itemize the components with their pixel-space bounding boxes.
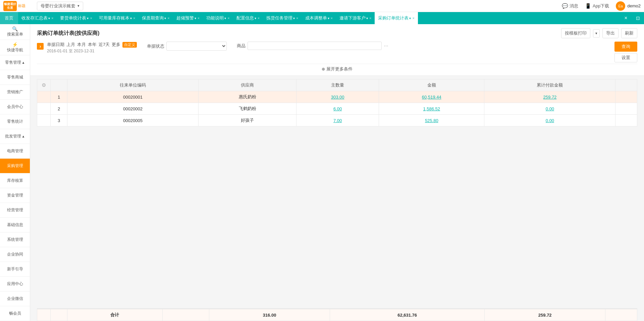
tab-cost-adjust[interactable]: 成本调整单▾× bbox=[302, 12, 336, 24]
row1-paid[interactable]: 259.72 bbox=[484, 91, 615, 103]
row1-quantity[interactable]: 303.00 bbox=[297, 91, 379, 103]
filter-toggle-btn[interactable]: › bbox=[37, 43, 44, 50]
export-btn[interactable]: 导出 bbox=[602, 28, 619, 38]
refresh-btn[interactable]: 刷新 bbox=[621, 28, 637, 38]
sidebar-item-inventory[interactable]: 库存核算 bbox=[0, 173, 30, 188]
row1-extra bbox=[615, 91, 637, 103]
date-shortcut-7days[interactable]: 近7天 bbox=[99, 42, 110, 48]
finance-label: 资金管理 bbox=[7, 193, 23, 198]
print-btn[interactable]: 按模板打印 bbox=[561, 28, 590, 38]
row2-quantity[interactable]: 6.00 bbox=[297, 103, 379, 115]
row2-supplier: 飞鹤奶粉 bbox=[198, 103, 296, 115]
col-extra-header bbox=[615, 79, 637, 91]
sidebar-item-purchase-mgmt[interactable]: 采购管理 bbox=[0, 159, 30, 173]
sidebar-item-retail-mgmt[interactable]: 零售管理 ▲ bbox=[0, 55, 30, 70]
page-header: 采购订单统计表(按供应商) 按模板打印 ▾ 导出 刷新 › 单据日期 bbox=[30, 24, 644, 76]
retail-stats-label: 零售统计 bbox=[7, 119, 23, 124]
sidebar-item-search[interactable]: 🔍 搜索菜单 bbox=[0, 24, 30, 40]
tab-function[interactable]: 功能说明▾× bbox=[203, 12, 233, 24]
nav-tabs-bar: 首页 收发存汇总表▾× 要货单统计表▾× 可用量库存账本▾× 保质期查询▾× 超… bbox=[0, 12, 644, 24]
setting-btn[interactable]: 设置 bbox=[614, 53, 637, 62]
user-profile[interactable]: Ea demo2 bbox=[616, 1, 641, 11]
custom-date-tag[interactable]: 自定义 bbox=[122, 42, 137, 48]
marketing-label: 营销推广 bbox=[7, 89, 23, 95]
tab-requisition[interactable]: 要货单统计表▾× bbox=[57, 12, 95, 24]
sidebar-item-operations[interactable]: 经营管理 bbox=[0, 203, 30, 218]
table-row: 1 00020001 惠氏奶粉 303.00 60,519.44 259.72 bbox=[37, 91, 637, 103]
nav-close-btn[interactable]: × bbox=[620, 12, 632, 24]
footer-paid: 259.72 bbox=[538, 313, 552, 318]
tab-purchase-stats[interactable]: 采购订单统计表▾× bbox=[375, 12, 418, 24]
row3-supplier: 好孩子 bbox=[198, 115, 296, 126]
nav-maximize-btn[interactable]: ⊡ bbox=[632, 12, 644, 24]
row3-paid[interactable]: 0.00 bbox=[484, 115, 615, 126]
row2-paid[interactable]: 0.00 bbox=[484, 103, 615, 115]
avatar-label: Ea bbox=[619, 4, 623, 8]
date-shortcut-this-year[interactable]: 本年 bbox=[88, 42, 97, 48]
goods-input-ellipsis[interactable]: ··· bbox=[384, 43, 388, 49]
row1-amount[interactable]: 60,519.44 bbox=[379, 91, 484, 103]
date-shortcut-more[interactable]: 更多 bbox=[112, 42, 120, 48]
sidebar-item-ecommerce[interactable]: 电商管理 bbox=[0, 144, 30, 159]
data-table: ⚙ 往来单位编码 供应商 主数量 金额 累计付款金额 1 bbox=[37, 79, 637, 126]
search-icon: 🔍 bbox=[12, 26, 18, 32]
sidebar-item-marketing[interactable]: 营销推广 bbox=[0, 85, 30, 100]
row3-amount[interactable]: 525.80 bbox=[379, 115, 484, 126]
sidebar-item-retail-mall[interactable]: 零售商城 bbox=[0, 70, 30, 85]
message-label: 消息 bbox=[570, 3, 578, 9]
tab-collection[interactable]: 收发存汇总表▾× bbox=[18, 12, 57, 24]
row1-unit-code: 00020001 bbox=[67, 91, 199, 103]
sidebar-item-enterprise-wechat[interactable]: 企业微信 bbox=[0, 291, 30, 306]
sidebar-item-finance[interactable]: 资金管理 bbox=[0, 188, 30, 203]
sidebar-item-wholesale-mgmt[interactable]: 批发管理 ▲ bbox=[0, 129, 30, 144]
query-btn[interactable]: 查询 bbox=[614, 42, 637, 52]
date-shortcut-this-month[interactable]: 本月 bbox=[77, 42, 86, 48]
tab-home-label: 首页 bbox=[5, 15, 13, 21]
sidebar-item-vip[interactable]: 畅会员 bbox=[0, 306, 30, 321]
row2-index: 2 bbox=[51, 103, 67, 115]
page-title: 采购订单统计表(按供应商) bbox=[37, 30, 100, 37]
tab-config[interactable]: 配置信息▾× bbox=[233, 12, 263, 24]
sidebar-item-enterprise-collab[interactable]: 企业协同 bbox=[0, 247, 30, 262]
tab-invite[interactable]: 邀请下游客户▾× bbox=[336, 12, 375, 24]
newbie-label: 新手引导 bbox=[7, 266, 23, 272]
goods-input[interactable] bbox=[248, 42, 382, 50]
sidebar-item-basic-info[interactable]: 基础信息 bbox=[0, 218, 30, 232]
vip-label: 畅会员 bbox=[9, 311, 21, 316]
logo-subtitle: 标题 bbox=[18, 3, 25, 8]
status-select[interactable] bbox=[166, 42, 227, 51]
expand-conditions-btn[interactable]: ⊕ 展开更多条件 bbox=[37, 64, 637, 72]
row2-amount[interactable]: 1,586.52 bbox=[379, 103, 484, 115]
avatar: Ea bbox=[616, 1, 625, 11]
footer-quantity: 316.00 bbox=[263, 313, 276, 318]
print-arrow-icon[interactable]: ▾ bbox=[593, 29, 600, 38]
date-shortcut-last-month[interactable]: 上月 bbox=[66, 42, 75, 48]
status-filter-label: 单据状态 bbox=[147, 43, 164, 49]
tab-home[interactable]: 首页 bbox=[0, 12, 18, 24]
date-filter-group: 单据日期 上月 本月 本年 近7天 更多 自定义 2016-01-01 至 20… bbox=[47, 42, 137, 54]
col-amount-header: 金额 bbox=[379, 79, 484, 91]
tab-picking[interactable]: 拣货任务管理▾× bbox=[263, 12, 302, 24]
sidebar-item-shortcuts[interactable]: ⚡ 快捷导航 bbox=[0, 40, 30, 56]
tab-expiry[interactable]: 保质期查询▾× bbox=[139, 12, 173, 24]
logo-icon: 畅捷通好生意 bbox=[4, 2, 16, 10]
row3-quantity[interactable]: 7.00 bbox=[297, 115, 379, 126]
col-settings-header[interactable]: ⚙ bbox=[37, 79, 51, 91]
app-download-btn[interactable]: 📱 App下载 bbox=[585, 3, 609, 9]
footer-amount: 62,631.76 bbox=[397, 313, 417, 318]
workspace-selector[interactable]: 母婴行业演示账套 ▾ bbox=[37, 2, 83, 10]
sidebar-item-retail-stats[interactable]: 零售统计 bbox=[0, 114, 30, 129]
tab-overstock[interactable]: 超储预警▾× bbox=[173, 12, 203, 24]
tab-available-stock[interactable]: 可用量库存账本▾× bbox=[96, 12, 139, 24]
page-actions: 按模板打印 ▾ 导出 刷新 bbox=[561, 28, 637, 38]
sidebar-item-member-center[interactable]: 会员中心 bbox=[0, 100, 30, 114]
enterprise-wechat-label: 企业微信 bbox=[7, 296, 23, 302]
sidebar-item-newbie[interactable]: 新手引导 bbox=[0, 262, 30, 277]
sidebar-item-system[interactable]: 系统管理 bbox=[0, 232, 30, 247]
workspace-arrow: ▾ bbox=[77, 4, 79, 8]
expand-label: 展开更多条件 bbox=[326, 66, 353, 72]
goods-filter-label: 商品 bbox=[237, 43, 246, 49]
sidebar-item-app-center[interactable]: 应用中心 bbox=[0, 277, 30, 291]
message-btn[interactable]: 💬 消息 bbox=[562, 3, 578, 9]
table-row: 3 00020005 好孩子 7.00 525.80 0.00 bbox=[37, 115, 637, 126]
